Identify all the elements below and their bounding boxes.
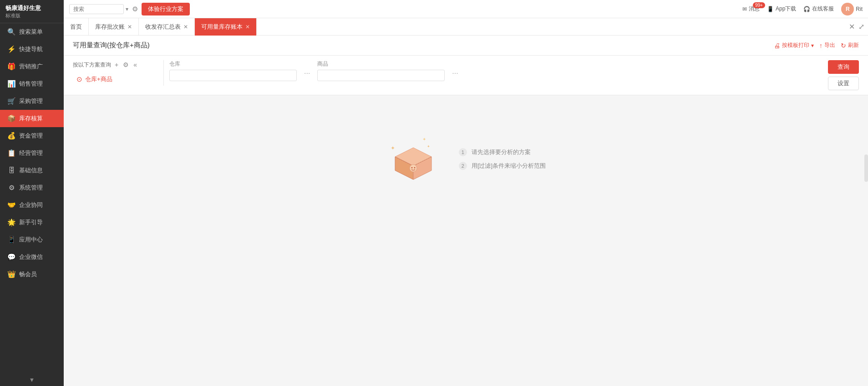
sidebar-item-label: 快捷导航 [19, 45, 43, 53]
app-icon: 📱 [767, 6, 774, 12]
tip-num-2: 2 [459, 162, 467, 170]
settings-button[interactable]: 设置 [828, 77, 859, 90]
sidebar-item-search[interactable]: 🔍 搜索菜单 [0, 23, 64, 41]
sidebar-item-label: 经营管理 [19, 149, 43, 157]
svg-point-5 [410, 165, 417, 172]
sidebar-item-label: 基础信息 [19, 166, 43, 175]
user-name: Rit [856, 6, 863, 12]
goods-filter-group: 商品 [317, 60, 445, 81]
search-input[interactable] [69, 4, 124, 14]
print-btn[interactable]: 🖨 按模板打印 ▾ [774, 41, 814, 49]
page-header: 可用量查询(按仓库+商品) 🖨 按模板打印 ▾ ↑ 导出 ↻ 刷新 [64, 36, 868, 56]
sidebar-item-wechat[interactable]: 💬 企业微信 [0, 248, 64, 266]
add-scheme-btn[interactable]: + [114, 60, 119, 69]
user-menu[interactable]: R Rit [841, 3, 863, 15]
tip-num-1: 1 [459, 148, 467, 156]
tab-available-ledger-close[interactable]: ✕ [245, 24, 250, 30]
service-label: 在线客服 [812, 5, 834, 13]
service-icon: 🎧 [803, 6, 810, 12]
brand-version: 标准版 [5, 12, 58, 19]
tab-close-btn[interactable]: ✕ [849, 22, 855, 31]
sidebar-item-sales[interactable]: 📊 销售管理 [0, 75, 64, 93]
sidebar-item-label: 应用中心 [19, 236, 43, 244]
manage-scheme-btn[interactable]: ⚙ [122, 60, 130, 69]
empty-illustration: ✦ ✦ ✦ [386, 132, 441, 186]
sidebar-item-purchase[interactable]: 🛒 采购管理 [0, 93, 64, 110]
warehouse-filter-group: 仓库 [169, 60, 297, 81]
gear-icon[interactable]: ⚙ [132, 5, 138, 13]
sidebar-item-label: 库存核算 [19, 114, 43, 123]
purchase-icon: 🛒 [7, 97, 15, 105]
sidebar-item-membership[interactable]: 👑 畅会员 [0, 266, 64, 283]
warehouse-more-icon[interactable]: ··· [304, 69, 310, 77]
sidebar-item-label: 企业微信 [19, 253, 43, 261]
query-button[interactable]: 查询 [828, 60, 859, 74]
tab-available-ledger[interactable]: 可用量库存账本 ✕ [195, 18, 257, 36]
empty-tips: 1 请先选择要分析的方案 2 用[过滤]条件来缩小分析范围 [459, 148, 546, 170]
sidebar-item-inventory[interactable]: 📦 库存核算 [0, 110, 64, 127]
sidebar-item-label: 资金管理 [19, 132, 43, 140]
scheme-item-icon: ⊙ [76, 75, 82, 83]
svg-text:✦: ✦ [427, 144, 430, 149]
tab-batch-ledger-close[interactable]: ✕ [127, 24, 132, 30]
tip-text-1: 请先选择要分析的方案 [472, 148, 531, 156]
search-menu-icon: 🔍 [7, 28, 15, 36]
scheme-item-label: 仓库+商品 [85, 75, 112, 83]
page-content-area: 可用量查询(按仓库+商品) 🖨 按模板打印 ▾ ↑ 导出 ↻ 刷新 [64, 36, 868, 386]
collapse-scheme-btn[interactable]: « [132, 60, 138, 69]
export-btn[interactable]: ↑ 导出 [819, 41, 835, 49]
inventory-icon: 📦 [7, 114, 15, 123]
print-label: 按模板打印 [782, 41, 809, 49]
guide-icon: 🌟 [7, 218, 15, 226]
tab-inventory-summary[interactable]: 收发存汇总表 ✕ [139, 18, 195, 36]
wechat-icon: 💬 [7, 253, 15, 261]
sidebar-item-label: 企业协同 [19, 201, 43, 209]
tip-text-2: 用[过滤]条件来缩小分析范围 [472, 162, 546, 170]
tab-home[interactable]: 首页 [64, 18, 89, 36]
finance-icon: 💰 [7, 132, 15, 140]
sidebar-item-appstore[interactable]: 📱 应用中心 [0, 231, 64, 248]
tab-inventory-summary-close[interactable]: ✕ [183, 24, 188, 30]
svg-text:✦: ✦ [391, 145, 395, 151]
app-download-btn[interactable]: 📱 App下载 [767, 5, 796, 13]
tabs-actions: ✕ ⤢ [849, 22, 868, 31]
online-service-btn[interactable]: 🎧 在线客服 [803, 5, 834, 13]
topbar-search-area: ▾ [69, 4, 128, 14]
sidebar-item-marketing[interactable]: 🎁 营销推广 [0, 58, 64, 75]
collab-icon: 🤝 [7, 201, 15, 209]
refresh-btn[interactable]: ↻ 刷新 [841, 41, 859, 49]
membership-icon: 👑 [7, 270, 15, 278]
sidebar-item-label: 营销推广 [19, 62, 43, 71]
page-header-actions: 🖨 按模板打印 ▾ ↑ 导出 ↻ 刷新 [774, 41, 859, 49]
search-dropdown-btn[interactable]: ▾ [126, 6, 128, 12]
appstore-icon: 📱 [7, 236, 15, 244]
sidebar-header: 畅康通好生意 标准版 [0, 0, 64, 23]
brand-name: 畅康通好生意 [5, 5, 58, 12]
goods-input[interactable] [317, 70, 445, 81]
sidebar-item-nav[interactable]: ⚡ 快捷导航 [0, 41, 64, 58]
goods-more-icon[interactable]: ··· [452, 69, 458, 77]
tab-expand-btn[interactable]: ⤢ [858, 22, 864, 31]
sidebar-item-operation[interactable]: 📋 经营管理 [0, 144, 64, 162]
export-icon: ↑ [819, 42, 822, 49]
filter-actions: 查询 设置 [822, 60, 859, 90]
sales-icon: 📊 [7, 80, 15, 88]
warehouse-input[interactable] [169, 70, 297, 81]
scheme-item-warehouse-goods[interactable]: ⊙ 仓库+商品 [73, 73, 158, 86]
sidebar-item-basic[interactable]: 🗄 基础信息 [0, 162, 64, 179]
tab-batch-ledger[interactable]: 库存批次账 ✕ [89, 18, 139, 36]
sidebar-scroll-down[interactable]: ▼ [0, 374, 64, 386]
refresh-label: 刷新 [848, 41, 859, 49]
industry-solution-btn[interactable]: 体验行业方案 [142, 3, 190, 15]
sidebar-scroll: 🔍 搜索菜单 ⚡ 快捷导航 🎁 营销推广 📊 销售管理 🛒 采购管理 📦 库存核… [0, 23, 64, 374]
sidebar-item-finance[interactable]: 💰 资金管理 [0, 127, 64, 144]
avatar: R [841, 3, 854, 15]
filter-scheme-panel: 按以下方案查询 + ⚙ « ⊙ 仓库+商品 [73, 60, 164, 86]
filter-scheme-header: 按以下方案查询 + ⚙ « [73, 60, 158, 69]
sidebar-item-guide[interactable]: 🌟 新手引导 [0, 214, 64, 231]
app-label: App下载 [776, 5, 796, 13]
sidebar-item-collab[interactable]: 🤝 企业协同 [0, 196, 64, 214]
message-btn[interactable]: ✉ 消息 99+ [742, 5, 760, 13]
sidebar-item-system[interactable]: ⚙ 系统管理 [0, 179, 64, 196]
empty-state-inner: ✦ ✦ ✦ 1 请先选择要分析的方案 2 用[过滤]条件来缩小分析范围 [386, 132, 546, 186]
